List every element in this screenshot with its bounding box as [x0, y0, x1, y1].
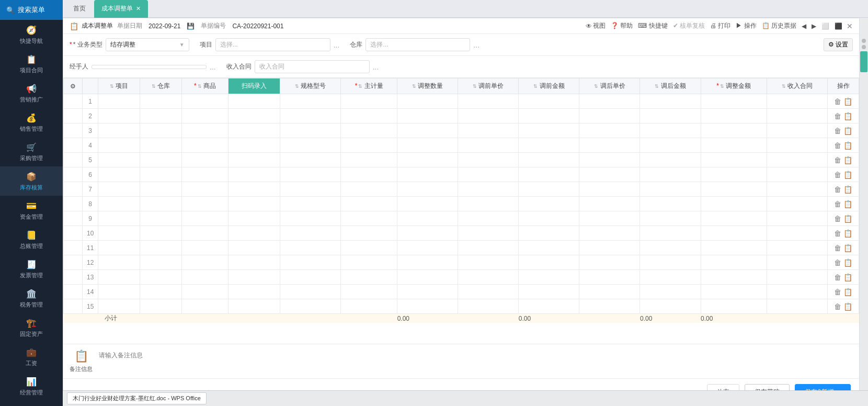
sidebar-search[interactable]: 🔍 搜索菜单 — [0, 0, 63, 20]
row-project-7[interactable] — [98, 182, 140, 197]
row-adj-amount-6[interactable] — [701, 167, 767, 182]
row-delete-6[interactable]: 🗑 — [834, 171, 841, 179]
row-settings-2[interactable] — [64, 109, 83, 123]
row-adj-amount-1[interactable] — [701, 94, 767, 109]
row-delete-10[interactable]: 🗑 — [834, 229, 841, 238]
row-pre-unit-price-7[interactable] — [458, 182, 519, 197]
sidebar-item-quick-nav[interactable]: 🧭快捷导航 — [0, 20, 63, 49]
row-pre-unit-price-2[interactable] — [458, 109, 519, 123]
row-scan-9[interactable] — [229, 211, 280, 226]
row-unit-10[interactable] — [341, 226, 397, 241]
row-post-unit-price-12[interactable] — [579, 255, 640, 270]
shortcut-action[interactable]: ⌨ 快捷键 — [638, 21, 667, 30]
history-action[interactable]: 📋 历史票据 — [762, 21, 796, 30]
row-pre-amount-2[interactable] — [519, 109, 579, 123]
row-copy-14[interactable]: 📋 — [843, 288, 852, 296]
row-product-11[interactable] — [181, 241, 229, 255]
row-post-amount-13[interactable] — [640, 270, 701, 285]
row-adj-qty-3[interactable] — [397, 123, 458, 138]
row-spec-14[interactable] — [280, 285, 341, 299]
row-pre-unit-price-12[interactable] — [458, 255, 519, 270]
row-post-amount-7[interactable] — [640, 182, 701, 197]
row-income-contract-6[interactable] — [767, 167, 827, 182]
row-pre-unit-price-11[interactable] — [458, 241, 519, 255]
row-scan-8[interactable] — [229, 197, 280, 211]
row-pre-unit-price-3[interactable] — [458, 123, 519, 138]
row-product-13[interactable] — [181, 270, 229, 285]
row-income-contract-11[interactable] — [767, 241, 827, 255]
row-post-amount-5[interactable] — [640, 153, 701, 167]
row-project-13[interactable] — [98, 270, 140, 285]
sidebar-item-inventory[interactable]: 📦库存核算 — [0, 166, 63, 196]
row-product-8[interactable] — [181, 197, 229, 211]
row-copy-1[interactable]: 📋 — [843, 97, 852, 106]
row-settings-13[interactable] — [64, 270, 83, 285]
row-post-amount-9[interactable] — [640, 211, 701, 226]
row-income-contract-8[interactable] — [767, 197, 827, 211]
row-post-unit-price-1[interactable] — [579, 94, 640, 109]
row-adj-amount-2[interactable] — [701, 109, 767, 123]
row-product-1[interactable] — [181, 94, 229, 109]
operate-action[interactable]: ▶ 操作 — [736, 21, 756, 30]
row-warehouse-2[interactable] — [140, 109, 181, 123]
row-unit-12[interactable] — [341, 255, 397, 270]
col-scan[interactable]: 扫码录入 — [229, 78, 280, 94]
row-spec-9[interactable] — [280, 211, 341, 226]
row-post-amount-10[interactable] — [640, 226, 701, 241]
row-delete-11[interactable]: 🗑 — [834, 244, 841, 252]
row-copy-6[interactable]: 📋 — [843, 171, 852, 179]
row-adj-amount-12[interactable] — [701, 255, 767, 270]
row-spec-1[interactable] — [280, 94, 341, 109]
row-spec-4[interactable] — [280, 138, 341, 153]
row-copy-2[interactable]: 📋 — [843, 112, 852, 120]
row-project-9[interactable] — [98, 211, 140, 226]
row-settings-14[interactable] — [64, 285, 83, 299]
row-project-2[interactable] — [98, 109, 140, 123]
sidebar-item-purchase-mgmt[interactable]: 🛒采购管理 — [0, 137, 63, 166]
row-post-unit-price-14[interactable] — [579, 285, 640, 299]
row-copy-13[interactable]: 📋 — [843, 273, 852, 281]
row-pre-unit-price-8[interactable] — [458, 197, 519, 211]
row-spec-3[interactable] — [280, 123, 341, 138]
row-delete-13[interactable]: 🗑 — [834, 273, 841, 281]
row-post-unit-price-13[interactable] — [579, 270, 640, 285]
row-post-unit-price-6[interactable] — [579, 167, 640, 182]
nav-next-action[interactable]: ▶ — [812, 22, 816, 30]
sidebar-item-sales-promo[interactable]: 📢营销推广 — [0, 78, 63, 108]
row-spec-10[interactable] — [280, 226, 341, 241]
row-unit-4[interactable] — [341, 138, 397, 153]
row-scan-12[interactable] — [229, 255, 280, 270]
notes-icon-area[interactable]: 📋 备注信息 — [70, 349, 93, 373]
row-income-contract-4[interactable] — [767, 138, 827, 153]
row-product-9[interactable] — [181, 211, 229, 226]
row-product-3[interactable] — [181, 123, 229, 138]
row-pre-amount-11[interactable] — [519, 241, 579, 255]
row-adj-amount-5[interactable] — [701, 153, 767, 167]
row-product-6[interactable] — [181, 167, 229, 182]
row-income-contract-12[interactable] — [767, 255, 827, 270]
row-warehouse-3[interactable] — [140, 123, 181, 138]
row-post-unit-price-8[interactable] — [579, 197, 640, 211]
row-warehouse-7[interactable] — [140, 182, 181, 197]
side-green-bar[interactable] — [860, 51, 867, 72]
row-adj-amount-11[interactable] — [701, 241, 767, 255]
income-contract-input[interactable]: 收入合同 — [255, 60, 370, 73]
row-warehouse-6[interactable] — [140, 167, 181, 182]
row-spec-12[interactable] — [280, 255, 341, 270]
row-adj-qty-9[interactable] — [397, 211, 458, 226]
row-adj-amount-15[interactable] — [701, 299, 767, 314]
row-unit-6[interactable] — [341, 167, 397, 182]
row-post-amount-8[interactable] — [640, 197, 701, 211]
row-settings-4[interactable] — [64, 138, 83, 153]
row-copy-15[interactable]: 📋 — [843, 302, 852, 311]
row-project-8[interactable] — [98, 197, 140, 211]
row-project-5[interactable] — [98, 153, 140, 167]
row-unit-5[interactable] — [341, 153, 397, 167]
sidebar-item-invoice-mgmt[interactable]: 🧾发票管理 — [0, 254, 63, 284]
row-product-10[interactable] — [181, 226, 229, 241]
row-income-contract-2[interactable] — [767, 109, 827, 123]
row-pre-amount-8[interactable] — [519, 197, 579, 211]
warehouse-input[interactable]: 选择... — [366, 38, 470, 51]
sidebar-item-basic-info[interactable]: 🗂️基础信息 — [0, 401, 63, 406]
row-scan-5[interactable] — [229, 153, 280, 167]
